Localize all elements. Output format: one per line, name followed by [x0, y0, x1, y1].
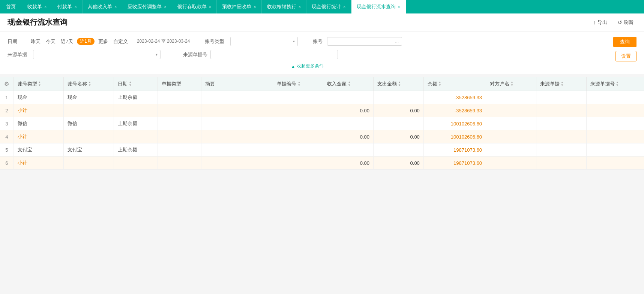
date-label: 日期 — [8, 38, 26, 45]
cell-date: 上期余额 — [114, 143, 158, 157]
sort-icon: ▲▼ — [616, 81, 619, 87]
close-icon[interactable]: × — [44, 4, 47, 9]
table-row[interactable]: 3 微信 微信 上期余额 100102606.60 — [0, 117, 644, 130]
sort-icon: ▲▼ — [510, 81, 513, 87]
cell-balance: -3528659.33 — [423, 91, 486, 104]
filter-area: 日期 昨天 今天 近7天 近1月 更多 自定义 2023-02-24 至 202… — [0, 31, 644, 74]
cell-expense: 0.00 — [374, 104, 424, 117]
source-doc-select[interactable] — [33, 50, 161, 59]
cell-source-doc — [536, 130, 586, 143]
cell-source-doc-no — [586, 91, 644, 104]
cell-date — [114, 130, 158, 143]
tab-verification[interactable]: 收款核销执行 × — [262, 0, 306, 13]
th-source-doc-no[interactable]: 来源单据号 ▲▼ — [586, 77, 644, 91]
cell-expense: 0.00 — [374, 157, 424, 170]
tab-payments[interactable]: 付款单 × — [52, 0, 82, 13]
filter-row-1: 日期 昨天 今天 近7天 近1月 更多 自定义 2023-02-24 至 202… — [8, 37, 607, 46]
cell-doc-no — [273, 117, 323, 130]
query-button[interactable]: 查询 — [613, 37, 636, 47]
cell-expense: 0.00 — [374, 130, 424, 143]
tab-prepayment[interactable]: 预收冲应收单 × — [217, 0, 261, 13]
date-1month[interactable]: 近1月 — [77, 38, 95, 45]
cell-account-type: 支付宝 — [14, 143, 64, 157]
th-date[interactable]: 日期 ▲▼ — [114, 77, 158, 91]
th-summary[interactable]: 摘要 — [201, 77, 273, 91]
table-header-row: ⚙ 账号类型 ▲▼ 账号名称 ▲▼ 日期 — [0, 77, 644, 91]
data-table-container: ⚙ 账号类型 ▲▼ 账号名称 ▲▼ 日期 — [0, 77, 644, 170]
table-body: 1 现金 现金 上期余额 -3528659.33 2 小计 0.00 0.00 … — [0, 91, 644, 170]
cell-balance: 19871073.60 — [423, 143, 486, 157]
th-source-doc[interactable]: 来源单据 ▲▼ — [536, 77, 586, 91]
th-expense[interactable]: 支出金额 ▲▼ — [374, 77, 424, 91]
date-more[interactable]: 更多 — [97, 38, 110, 45]
cell-doc-no — [273, 130, 323, 143]
close-icon[interactable]: × — [114, 4, 117, 9]
page-header: 现金银行流水查询 ↑ 导出 ↺ 刷新 — [0, 13, 644, 31]
close-icon[interactable]: × — [209, 4, 211, 9]
close-icon[interactable]: × — [398, 4, 400, 9]
date-7days[interactable]: 近7天 — [59, 38, 75, 45]
tab-bank-flow[interactable]: 现金银行流水查询 × — [351, 0, 406, 13]
tab-other-income[interactable]: 其他收入单 × — [83, 0, 122, 13]
cell-balance: 100102606.60 — [423, 130, 486, 143]
close-icon[interactable]: × — [74, 4, 77, 9]
cell-counterparty — [486, 91, 536, 104]
settings-button[interactable]: 设置 — [615, 51, 636, 61]
date-today[interactable]: 今天 — [44, 38, 57, 45]
th-account-name[interactable]: 账号名称 ▲▼ — [64, 77, 114, 91]
sort-icon: ▲▼ — [297, 81, 300, 87]
source-doc-no-label: 来源单据号 — [183, 51, 207, 58]
cell-source-doc-no — [586, 157, 644, 170]
table-row[interactable]: 2 小计 0.00 0.00 -3528659.33 — [0, 104, 644, 117]
home-tab[interactable]: 首页 — [0, 0, 22, 13]
export-button[interactable]: ↑ 导出 — [590, 18, 610, 27]
collapse-button[interactable]: ▲ 收起更多条件 — [287, 62, 327, 70]
table-row[interactable]: 6 小计 0.00 0.00 19871073.60 — [0, 157, 644, 170]
cell-summary — [201, 104, 273, 117]
th-balance[interactable]: 余额 ▲▼ — [423, 77, 486, 91]
table-row[interactable]: 4 小计 0.00 0.00 100102606.60 — [0, 130, 644, 143]
table-row[interactable]: 5 支付宝 支付宝 上期余额 19871073.60 — [0, 143, 644, 157]
account-input-wrapper[interactable]: ... — [327, 37, 402, 46]
collapse-bar[interactable]: ▲ 收起更多条件 — [8, 62, 607, 70]
cell-account-type: 小计 — [14, 104, 64, 117]
refresh-button[interactable]: ↺ 刷新 — [615, 18, 636, 27]
cell-doc-no — [273, 104, 323, 117]
source-doc-select-wrapper: ▾ — [33, 50, 161, 59]
cell-doc-type — [158, 143, 201, 157]
settings-column-header[interactable]: ⚙ — [0, 77, 14, 91]
close-icon[interactable]: × — [164, 4, 166, 9]
column-settings-icon[interactable]: ⚙ — [4, 81, 9, 87]
cell-source-doc — [536, 157, 586, 170]
collapse-icon: ▲ — [291, 64, 295, 69]
row-index: 3 — [0, 117, 14, 130]
th-doc-no[interactable]: 单据编号 ▲▼ — [273, 77, 323, 91]
table-row[interactable]: 1 现金 现金 上期余额 -3528659.33 — [0, 91, 644, 104]
account-type-select[interactable] — [230, 37, 298, 46]
cell-counterparty — [486, 117, 536, 130]
right-action-buttons: 查询 设置 — [607, 37, 636, 61]
cell-doc-no — [273, 143, 323, 157]
cell-source-doc — [536, 143, 586, 157]
cell-summary — [201, 157, 273, 170]
date-shortcuts: 昨天 今天 近7天 近1月 更多 自定义 — [29, 38, 129, 45]
tab-bank-deposit[interactable]: 银行存取款单 × — [172, 0, 217, 13]
cell-expense — [374, 91, 424, 104]
th-doc-type[interactable]: 单据类型 — [158, 77, 201, 91]
cell-account-name — [64, 130, 114, 143]
th-counterparty[interactable]: 对方户名 ▲▼ — [486, 77, 536, 91]
close-icon[interactable]: × — [343, 4, 345, 9]
tab-bank-stats[interactable]: 现金银行统计 × — [306, 0, 351, 13]
th-income[interactable]: 收入金额 ▲▼ — [323, 77, 374, 91]
dots-icon[interactable]: ... — [395, 39, 399, 44]
date-custom[interactable]: 自定义 — [112, 38, 129, 45]
th-account-type[interactable]: 账号类型 ▲▼ — [14, 77, 64, 91]
sort-icon: ▲▼ — [561, 81, 564, 87]
close-icon[interactable]: × — [299, 4, 301, 9]
close-icon[interactable]: × — [254, 4, 256, 9]
tab-receipts[interactable]: 收款单 × — [22, 0, 52, 13]
date-yesterday[interactable]: 昨天 — [29, 38, 42, 45]
source-doc-label: 来源单据 — [8, 51, 30, 58]
tab-adjustment[interactable]: 应收应付调整单 × — [122, 0, 172, 13]
source-doc-no-input[interactable] — [210, 50, 338, 59]
